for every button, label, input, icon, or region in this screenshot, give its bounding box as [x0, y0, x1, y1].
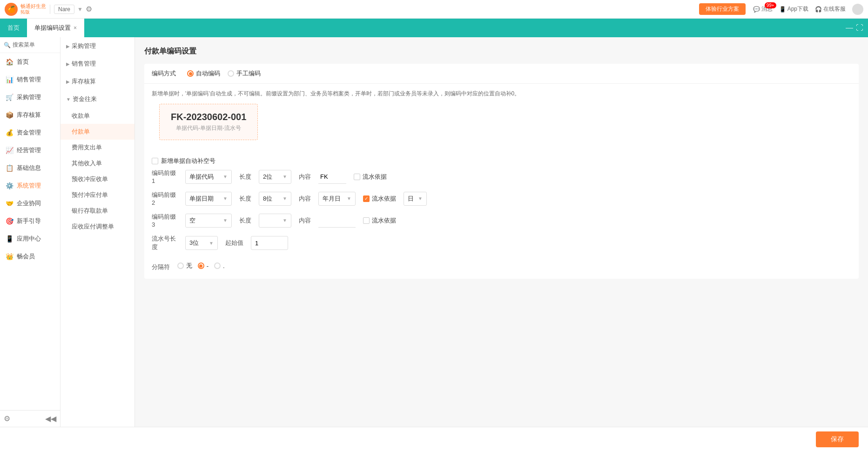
- sub-menu-item-prepay-receive[interactable]: 预收冲应收单: [61, 171, 135, 187]
- sub-menu-item-other-income[interactable]: 其他收入单: [61, 155, 135, 171]
- tab-minimize-icon[interactable]: —: [846, 24, 853, 32]
- sidebar-item-sales[interactable]: 📊 销售管理: [0, 71, 60, 88]
- system-icon: ⚙️: [6, 182, 13, 189]
- trial-btn[interactable]: 体验行业方案: [699, 3, 746, 15]
- sub-menu-header-inventory[interactable]: ▶ 库存核算: [61, 73, 135, 90]
- length3-label: 长度: [239, 216, 251, 225]
- sidebar-item-system[interactable]: ⚙️ 系统管理: [0, 177, 60, 195]
- sidebar-item-member[interactable]: 👑 畅会员: [0, 248, 60, 265]
- sub-menu-item-payment[interactable]: 付款单: [61, 124, 135, 140]
- length2-select[interactable]: 8位 ▼: [259, 192, 291, 206]
- sep-dash-circle: [198, 263, 204, 269]
- operations-icon: 📈: [6, 147, 13, 154]
- tab-maximize-icon[interactable]: ⛶: [856, 24, 863, 32]
- length1-select[interactable]: 2位 ▼: [259, 170, 291, 184]
- length3-select[interactable]: ▼: [259, 214, 291, 228]
- sidebar-item-purchase[interactable]: 🛒 采购管理: [0, 88, 60, 106]
- headset-icon: 🎧: [815, 6, 822, 13]
- company-name[interactable]: Nare: [54, 5, 74, 14]
- app-download-item[interactable]: 📱 App下载: [779, 5, 808, 13]
- collapse-icon[interactable]: ◀◀: [45, 414, 56, 423]
- sub-menu-item-prepay-pay[interactable]: 预付冲应付单: [61, 187, 135, 203]
- sidebar-item-enterprise[interactable]: 🤝 企业协同: [0, 195, 60, 212]
- sub-menu-header-purchase[interactable]: ▶ 采购管理: [61, 37, 135, 55]
- sep-dash-dot: [199, 264, 202, 268]
- content2-select[interactable]: 年月日 ▼: [318, 192, 356, 206]
- sidebar-search[interactable]: 🔍 搜索菜单: [0, 37, 60, 53]
- sidebar-item-basic[interactable]: 📋 基础信息: [0, 159, 60, 177]
- preview-container: FK-20230602-001 单据代码-单据日期-流水号: [144, 104, 859, 153]
- serial-basis1-checkbox[interactable]: [354, 174, 360, 180]
- tab-encoding[interactable]: 单据编码设置 ×: [27, 19, 84, 37]
- main-content: 付款单编码设置 编码方式 自动编码 手工编码: [135, 37, 868, 427]
- prefix1-select[interactable]: 单据代码 ▼: [185, 170, 232, 184]
- serial-basis3-checkbox-label[interactable]: 流水依据: [363, 216, 396, 225]
- settings-footer-icon[interactable]: ⚙: [4, 414, 10, 423]
- length3-arrow: ▼: [283, 218, 287, 223]
- content3-input[interactable]: [318, 214, 356, 228]
- serial-basis2-checkbox-label[interactable]: ✓ 流水依据: [363, 195, 396, 203]
- sep-dash[interactable]: -: [198, 263, 209, 269]
- main-layout: 🔍 搜索菜单 🏠 首页 📊 销售管理 🛒 采购管理 📦 库存核算 💰: [0, 37, 868, 427]
- serial-length-select[interactable]: 3位 ▼: [185, 236, 218, 250]
- tab-bar-actions: — ⛶: [846, 24, 868, 32]
- preview-box: FK-20230602-001 单据代码-单据日期-流水号: [159, 104, 258, 140]
- sidebar-item-finance[interactable]: 💰 资金管理: [0, 124, 60, 141]
- chevron-down-icon[interactable]: ▼: [77, 6, 83, 13]
- content1-input[interactable]: [318, 170, 346, 184]
- serial-basis2-checkbox[interactable]: ✓: [363, 195, 370, 202]
- sidebar-item-home[interactable]: 🏠 首页: [0, 53, 60, 71]
- radio-manual[interactable]: 手工编码: [228, 69, 261, 78]
- settings-icon[interactable]: ⚙: [86, 5, 92, 13]
- sub-menu-item-expense[interactable]: 费用支出单: [61, 140, 135, 155]
- length2-label: 长度: [239, 195, 251, 203]
- basic-icon: 📋: [6, 164, 13, 172]
- auto-fill-row: 新增单据自动补空号: [144, 153, 859, 169]
- sidebar-item-operations[interactable]: 📈 经营管理: [0, 141, 60, 159]
- content-area: ▶ 采购管理 ▶ 销售管理 ▶ 库存核算 ▼ 资金往来: [61, 37, 868, 427]
- sep-dot-circle: [214, 263, 221, 269]
- notice-text: 新增单据时，'单据编码'自动生成，不可编辑。前缀设置为部门、业务员等档案类，开单…: [144, 84, 859, 104]
- top-bar-right: 体验行业方案 💬 消息 99+ 📱 App下载 🎧 在线客服: [699, 3, 863, 15]
- extra-arrow2: ▼: [418, 196, 423, 201]
- save-button[interactable]: 保存: [816, 431, 859, 447]
- message-item[interactable]: 💬 消息 99+: [753, 5, 773, 13]
- user-avatar[interactable]: [852, 4, 863, 15]
- sub-menu-header-capital[interactable]: ▼ 资金往来: [61, 90, 135, 108]
- prefix2-select-arrow: ▼: [223, 196, 228, 201]
- sep-dot[interactable]: .: [214, 263, 225, 269]
- prefix2-select[interactable]: 单据日期 ▼: [185, 192, 232, 206]
- serial-length-arrow: ▼: [209, 241, 214, 246]
- sub-menu-header-sales[interactable]: ▶ 销售管理: [61, 55, 135, 73]
- serial-start-input[interactable]: [251, 236, 288, 250]
- serial-basis1-checkbox-label[interactable]: 流水依据: [354, 173, 387, 181]
- auto-fill-checkbox[interactable]: [152, 158, 158, 164]
- inventory-icon: 📦: [6, 111, 13, 119]
- top-icons: 💬 消息 99+ 📱 App下载 🎧 在线客服: [753, 4, 863, 15]
- sub-menu-item-bank-deposit[interactable]: 银行存取款单: [61, 203, 135, 219]
- sidebar: 🔍 搜索菜单 🏠 首页 📊 销售管理 🛒 采购管理 📦 库存核算 💰: [0, 37, 61, 427]
- form-section: 编码前缀1 单据代码 ▼ 长度 2位 ▼ 内容: [144, 169, 859, 262]
- prefix1-row: 编码前缀1 单据代码 ▼ 长度 2位 ▼ 内容: [152, 169, 851, 184]
- tab-home[interactable]: 首页: [0, 19, 27, 37]
- encoding-radio-group: 自动编码 手工编码: [187, 69, 261, 78]
- prefix3-row: 编码前缀3 空 ▼ 长度 ▼ 内容: [152, 213, 851, 228]
- sidebar-item-guide[interactable]: 🎯 新手引导: [0, 212, 60, 230]
- serial-basis3-checkbox[interactable]: [363, 217, 370, 224]
- check-icon: ✓: [364, 196, 368, 201]
- sidebar-item-inventory[interactable]: 📦 库存核算: [0, 106, 60, 124]
- sep-none[interactable]: 无: [177, 262, 192, 270]
- separator-label: 分隔符: [152, 263, 170, 270]
- prefix3-select[interactable]: 空 ▼: [185, 214, 232, 228]
- content2-arrow: ▼: [347, 196, 351, 201]
- online-service-item[interactable]: 🎧 在线客服: [815, 5, 846, 13]
- sidebar-item-apps[interactable]: 📱 应用中心: [0, 230, 60, 248]
- sub-menu-item-payable-adjust[interactable]: 应收应付调整单: [61, 219, 135, 235]
- phone-icon: 📱: [779, 6, 786, 13]
- radio-auto[interactable]: 自动编码: [187, 69, 220, 78]
- tab-close-icon[interactable]: ×: [74, 25, 77, 31]
- sidebar-footer: ⚙ ◀◀: [0, 410, 60, 427]
- sub-menu-item-receipt[interactable]: 收款单: [61, 108, 135, 124]
- extra-select2[interactable]: 日 ▼: [404, 192, 427, 206]
- top-bar-divider: [50, 5, 50, 14]
